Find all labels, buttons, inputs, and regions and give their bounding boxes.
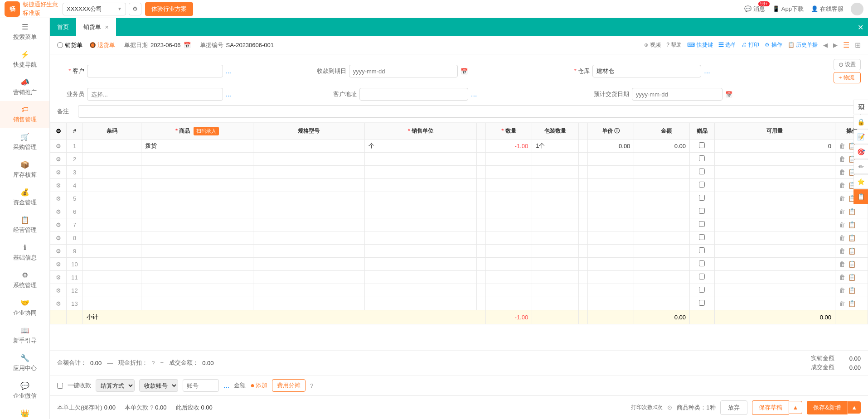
list-view-icon[interactable]: ☰ [843, 41, 849, 49]
row-product[interactable] [141, 179, 253, 192]
row-qty[interactable] [485, 153, 532, 166]
row-amount[interactable] [643, 140, 690, 153]
row-unit[interactable] [365, 140, 476, 153]
delete-row-icon[interactable]: 🗑 [839, 142, 845, 149]
row-settings[interactable]: ⚙ [50, 205, 67, 218]
row-qty[interactable] [485, 271, 532, 284]
row-barcode[interactable] [83, 271, 141, 284]
delivery-date-input[interactable] [632, 88, 723, 101]
customer-address-input[interactable] [359, 88, 468, 101]
row-unit[interactable] [365, 271, 476, 284]
history-btn[interactable]: 📋 历史单据 [788, 41, 818, 49]
row-amount[interactable] [643, 205, 690, 218]
row-qty[interactable] [485, 205, 532, 218]
row-settings[interactable]: ⚙ [50, 166, 67, 179]
row-pkg-qty[interactable] [532, 218, 579, 231]
float-btn-5[interactable]: ✏ [853, 159, 868, 174]
row-barcode[interactable] [83, 245, 141, 258]
tab-sales-order[interactable]: 销货单 ✕ [76, 18, 116, 36]
row-spec[interactable] [253, 271, 364, 284]
row-settings[interactable]: ⚙ [50, 153, 67, 166]
radio-return[interactable]: 退货单 [90, 41, 115, 49]
row-product[interactable] [141, 218, 253, 231]
row-pkg-qty[interactable] [532, 231, 579, 245]
row-product[interactable] [141, 153, 253, 166]
logistics-btn[interactable]: + 物流 [834, 72, 861, 83]
row-amount[interactable] [643, 258, 690, 271]
float-btn-6[interactable]: ⭐ [853, 174, 868, 189]
copy-row-icon[interactable]: 📋 [848, 221, 856, 228]
sidebar-item-guide[interactable]: 📖 新手引导 [0, 322, 49, 349]
row-amount[interactable] [643, 192, 690, 205]
row-spec[interactable] [253, 166, 364, 179]
row-barcode[interactable] [83, 284, 141, 297]
row-settings[interactable]: ⚙ [50, 271, 67, 284]
row-qty[interactable] [485, 218, 532, 231]
row-barcode[interactable] [83, 231, 141, 245]
row-amount[interactable] [643, 271, 690, 284]
row-barcode[interactable] [83, 297, 141, 310]
video-btn[interactable]: ⊙ 视频 [644, 41, 661, 49]
row-gift[interactable] [689, 271, 714, 284]
save-new-btn[interactable]: 保存&新增 [807, 401, 848, 414]
sidebar-item-search[interactable]: ☰ 搜索菜单 [0, 18, 49, 46]
save-draft-btn[interactable]: 保存草稿 [752, 400, 789, 415]
sidebar-item-inventory[interactable]: 📦 库存核算 [0, 156, 49, 183]
row-gift[interactable] [689, 140, 714, 153]
shortcut-btn[interactable]: ⌨ 快捷键 [687, 41, 713, 49]
row-product[interactable] [141, 231, 253, 245]
float-btn-3[interactable]: 📝 [853, 130, 868, 144]
row-qty[interactable] [485, 166, 532, 179]
row-qty[interactable] [485, 297, 532, 310]
row-gift[interactable] [689, 297, 714, 310]
row-barcode[interactable] [83, 140, 141, 153]
sidebar-item-marketing[interactable]: 📣 营销推广 [0, 73, 49, 101]
sidebar-item-finance[interactable]: 💰 资金管理 [0, 183, 49, 211]
row-spec[interactable] [253, 245, 364, 258]
row-amount[interactable] [643, 297, 690, 310]
row-gift[interactable] [689, 218, 714, 231]
sidebar-item-wechat[interactable]: 💬 企业微信 [0, 377, 49, 405]
sidebar-item-basics[interactable]: ℹ 基础信息 [0, 239, 49, 266]
row-barcode[interactable] [83, 192, 141, 205]
row-pkg-qty[interactable] [532, 245, 579, 258]
message-btn[interactable]: 💬 消息 99+ [744, 5, 765, 13]
delete-row-icon[interactable]: 🗑 [839, 155, 845, 163]
row-pkg-qty[interactable] [532, 271, 579, 284]
delete-row-icon[interactable]: 🗑 [839, 300, 845, 307]
copy-row-icon[interactable]: 📋 [848, 247, 856, 255]
row-pkg-qty[interactable] [532, 153, 579, 166]
salesperson-dots-btn[interactable]: ... [226, 90, 232, 98]
close-all-btn[interactable]: ✕ [858, 23, 863, 32]
row-qty[interactable] [485, 258, 532, 271]
delete-row-icon[interactable]: 🗑 [839, 260, 845, 268]
row-product[interactable] [141, 192, 253, 205]
row-unit[interactable] [365, 258, 476, 271]
delete-row-icon[interactable]: 🗑 [839, 182, 845, 189]
row-price[interactable] [587, 258, 634, 271]
payment-date-input[interactable] [349, 65, 458, 77]
trial-btn[interactable]: 体验行业方案 [145, 2, 193, 16]
row-pkg-qty[interactable] [532, 179, 579, 192]
date-value[interactable]: 2023-06-06 [150, 42, 181, 48]
row-gift[interactable] [689, 153, 714, 166]
row-settings[interactable]: ⚙ [50, 297, 67, 310]
row-unit[interactable] [365, 179, 476, 192]
warehouse-dots-btn[interactable]: ... [704, 67, 710, 75]
print-btn[interactable]: 🖨 打印 [742, 41, 759, 49]
row-product[interactable] [141, 297, 253, 310]
sidebar-item-members[interactable]: 👑 畅会员 [0, 405, 49, 419]
row-product[interactable] [141, 166, 253, 179]
add-payment-btn[interactable]: ● 添加 [250, 381, 267, 390]
row-gift[interactable] [689, 166, 714, 179]
sidebar-item-apps[interactable]: 🔧 应用中心 [0, 349, 49, 377]
avatar[interactable] [851, 3, 863, 15]
save-new-arrow-btn[interactable]: ▲ [848, 401, 861, 414]
grid-view-icon[interactable]: ⊞ [855, 41, 861, 49]
amount-dots-btn[interactable]: ... [223, 381, 229, 390]
row-spec[interactable] [253, 179, 364, 192]
row-spec[interactable] [253, 231, 364, 245]
row-gift[interactable] [689, 192, 714, 205]
row-unit[interactable] [365, 166, 476, 179]
row-qty[interactable] [485, 192, 532, 205]
